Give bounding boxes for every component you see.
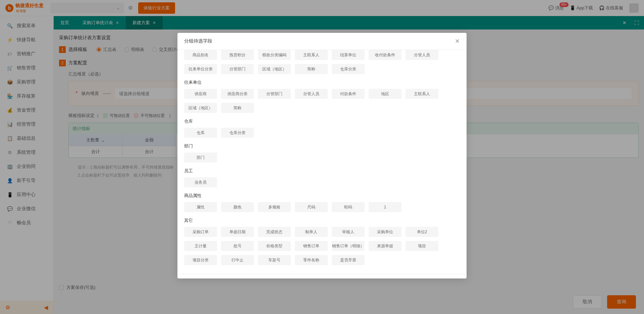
field-chip[interactable]: 零件名称 xyxy=(295,255,328,265)
field-select-modal: 分组待选字段 ✕ 商品别名拣货积分税收分类编码主联系人结算单位收付款条件分管人员… xyxy=(177,33,467,278)
field-chip[interactable]: 区域（地区） xyxy=(184,103,217,113)
field-chip[interactable]: 制单人 xyxy=(295,227,328,237)
field-group-title: 仓库 xyxy=(184,118,460,124)
field-chip[interactable]: 主联系人 xyxy=(406,89,438,99)
modal-body: 商品别名拣货积分税收分类编码主联系人结算单位收付款条件分管人员往来单位分类分管部… xyxy=(177,50,467,274)
field-chip[interactable]: 属性 xyxy=(184,202,217,212)
field-chip[interactable]: 供应商分类 xyxy=(221,89,254,99)
field-chip[interactable]: 拣货积分 xyxy=(221,50,254,60)
field-chip[interactable]: 分管部门 xyxy=(258,89,291,99)
field-chip[interactable]: 销售订单 xyxy=(295,241,328,251)
field-chip[interactable]: 税收分类编码 xyxy=(258,50,291,60)
field-chip[interactable]: 项目分类 xyxy=(184,255,217,265)
field-chip[interactable]: 鞋码 xyxy=(332,202,365,212)
field-chip[interactable]: 是否开票 xyxy=(332,255,365,265)
field-chip[interactable]: 主计量 xyxy=(184,241,217,251)
field-chip[interactable]: 结算单位 xyxy=(332,50,365,60)
field-chip[interactable]: 行中止 xyxy=(221,255,254,265)
field-chip[interactable]: 多规格 xyxy=(258,202,291,212)
field-group-title: 其它 xyxy=(184,217,460,224)
field-chip[interactable]: 部门 xyxy=(184,152,217,163)
field-chip[interactable]: 车架号 xyxy=(258,255,291,265)
field-chip[interactable]: 批号 xyxy=(221,241,254,251)
field-group-3: 部门部门 xyxy=(184,143,460,163)
field-chip[interactable]: 往来单位分类 xyxy=(184,64,217,74)
field-group-title: 往来单位 xyxy=(184,79,460,85)
field-chip[interactable]: 分管人员 xyxy=(406,50,438,60)
field-chip[interactable]: 地区 xyxy=(369,89,401,99)
modal-title: 分组待选字段 xyxy=(184,38,212,44)
field-chip[interactable]: 采购单位 xyxy=(369,227,401,237)
field-chip[interactable]: 分管部门 xyxy=(221,64,254,74)
field-group-title: 商品属性 xyxy=(184,193,460,199)
field-chip[interactable]: 简称 xyxy=(295,64,328,74)
modal-horizontal-scrollbar[interactable] xyxy=(177,274,467,278)
field-chip[interactable]: 销售订单（明细） xyxy=(332,241,365,251)
field-chip[interactable]: 单据日期 xyxy=(221,227,254,237)
field-group-title: 员工 xyxy=(184,168,460,174)
modal-close-button[interactable]: ✕ xyxy=(455,38,460,45)
field-chip[interactable]: 1 xyxy=(369,202,401,212)
field-chip[interactable]: 主联系人 xyxy=(295,50,328,60)
field-chip[interactable]: 审核人 xyxy=(332,227,365,237)
field-chip[interactable]: 商品别名 xyxy=(184,50,217,60)
field-group-2: 仓库仓库仓库分类 xyxy=(184,118,460,138)
field-chip[interactable]: 仓库 xyxy=(184,128,217,138)
field-chip[interactable]: 区域（地区） xyxy=(258,64,291,74)
field-chip[interactable]: 项目 xyxy=(406,241,438,251)
field-chip[interactable]: 业务员 xyxy=(184,177,217,187)
field-chip[interactable]: 付款条件 xyxy=(332,89,365,99)
field-chip[interactable]: 颜色 xyxy=(221,202,254,212)
field-chip[interactable]: 分管人员 xyxy=(295,89,328,99)
modal-header: 分组待选字段 ✕ xyxy=(177,33,467,50)
field-group-6: 其它采购订单单据日期完成状态制单人审核人采购单位单位2主计量批号价格类型销售订单… xyxy=(184,217,460,265)
field-group-5: 商品属性属性颜色多规格尺码鞋码1 xyxy=(184,193,460,212)
field-chip[interactable]: 供应商 xyxy=(184,89,217,99)
field-chip[interactable]: 仓库分类 xyxy=(332,64,365,74)
field-chip[interactable]: 尺码 xyxy=(295,202,328,212)
field-chip[interactable]: 来源单据 xyxy=(369,241,401,251)
field-chip[interactable]: 采购订单 xyxy=(184,227,217,237)
field-chip[interactable]: 收付款条件 xyxy=(369,50,401,60)
field-group-4: 员工业务员 xyxy=(184,168,460,187)
field-group-1: 往来单位供应商供应商分类分管部门分管人员付款条件地区主联系人区域（地区）简称 xyxy=(184,79,460,113)
field-group-title: 部门 xyxy=(184,143,460,149)
field-chip[interactable]: 仓库分类 xyxy=(221,128,254,138)
field-chip[interactable]: 单位2 xyxy=(406,227,438,237)
field-chip[interactable]: 简称 xyxy=(221,103,254,113)
field-chip[interactable]: 价格类型 xyxy=(258,241,291,251)
field-group-0: 商品别名拣货积分税收分类编码主联系人结算单位收付款条件分管人员往来单位分类分管部… xyxy=(184,50,460,74)
field-chip[interactable]: 完成状态 xyxy=(258,227,291,237)
